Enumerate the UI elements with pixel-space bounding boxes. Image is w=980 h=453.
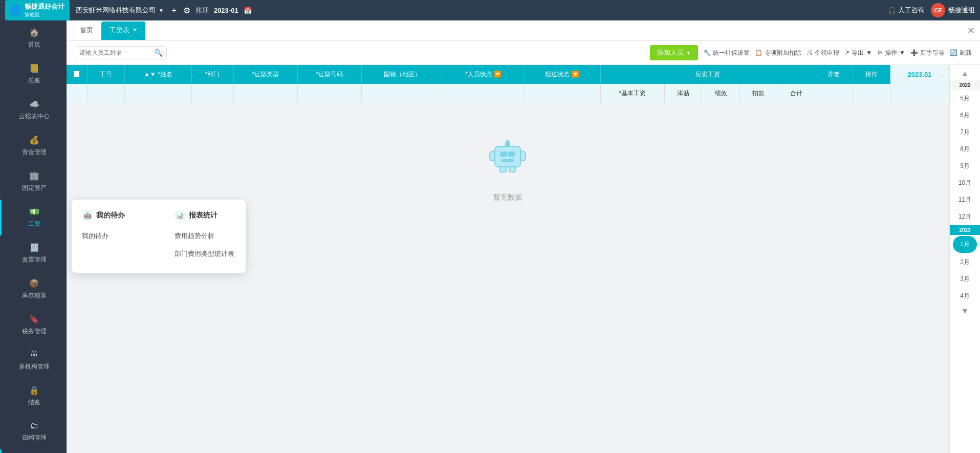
th-sub-empty8: [443, 84, 524, 103]
select-all-checkbox[interactable]: [73, 71, 80, 77]
th-total: 合计: [777, 84, 815, 103]
sidebar-item-cloud-report[interactable]: ☁️ 云报表中心: [0, 92, 67, 128]
operate-btn[interactable]: ⚙ 操作 ▼: [877, 49, 905, 57]
tab-salary-label: 工资表: [110, 26, 129, 35]
export-btn[interactable]: ↗ 导出 ▼: [844, 49, 872, 57]
th-checkbox[interactable]: [67, 65, 87, 84]
social-insurance-btn[interactable]: 🔧 统一社保设置: [703, 49, 750, 57]
sidebar-label-cloud: 云报表中心: [19, 112, 50, 121]
month-2022-12[interactable]: 12月: [950, 208, 980, 225]
guide-label: 新手引导: [920, 49, 945, 57]
logo-text: 畅捷通好会计: [25, 2, 64, 11]
popup-item-my-pending[interactable]: 我的待办: [82, 227, 143, 245]
sidebar-item-salary[interactable]: 💵 工资: [0, 200, 67, 235]
right-panel: ▲ 2022 5月 6月 7月 8月 9月 10月 11月 12月 2023 1…: [949, 65, 980, 453]
sidebar-item-multi-org[interactable]: 🏛 多机构管理: [0, 343, 67, 378]
sidebar-label-inventory: 库存核算: [22, 291, 47, 300]
refresh-icon: 🔄: [950, 49, 957, 56]
sidebar-item-ledger[interactable]: 📒 总账: [0, 56, 67, 92]
month-2023-4[interactable]: 4月: [950, 288, 980, 305]
sidebar-item-home[interactable]: 🏠 首页: [0, 20, 67, 56]
month-2022-5[interactable]: 5月: [950, 90, 980, 107]
headset-icon: 🎧: [888, 7, 896, 14]
svg-rect-6: [490, 152, 495, 161]
tab-salary-table[interactable]: 工资表 ✕: [101, 21, 145, 40]
svg-rect-7: [520, 152, 526, 161]
personal-tax-btn[interactable]: 🖨 个税申报: [807, 49, 839, 57]
month-2022-7[interactable]: 7月: [950, 124, 980, 141]
month-2023-1[interactable]: 1月: [953, 236, 977, 253]
add-icon[interactable]: ＋: [170, 5, 178, 16]
deduction-icon: 📋: [755, 49, 763, 56]
sidebar-item-fixed-assets[interactable]: 🏢 固定资产: [0, 164, 67, 200]
cloud-icon: ☁️: [29, 99, 39, 109]
logo-area: 🌀 畅捷通好会计 旗舰版: [5, 0, 70, 20]
search-input[interactable]: [79, 49, 151, 56]
popup-menu: 🤖 我的待办 我的待办 📊 报表统计 费用趋势分析 部门费用类型统计表: [72, 200, 246, 273]
sidebar-label-close: 结账: [28, 398, 40, 407]
year-2022-label: 2022: [950, 80, 980, 90]
panel-down-icon[interactable]: ▼: [959, 305, 971, 318]
sidebar-label-invoice: 发票管理: [22, 255, 47, 264]
tax-report-label: 个税申报: [815, 49, 839, 57]
th-operate: 操作: [853, 65, 890, 84]
refresh-label: 刷新: [960, 49, 972, 57]
panel-up-icon[interactable]: ▲: [959, 67, 971, 80]
th-sub-empty2: [87, 84, 125, 103]
sidebar-label-ledger: 总账: [28, 76, 40, 85]
special-deduction-btn[interactable]: 📋 专项附加扣除: [755, 49, 801, 57]
month-2023-3[interactable]: 3月: [950, 271, 980, 288]
month-2022-9[interactable]: 9月: [950, 158, 980, 175]
add-person-button[interactable]: 添加人员 ▼: [650, 45, 698, 60]
th-deduct: 扣款: [739, 84, 777, 103]
tax-icon: 🔖: [29, 314, 39, 324]
refresh-btn[interactable]: 🔄 刷新: [950, 49, 972, 57]
sidebar-item-xiaochang[interactable]: 🟢 小畅报销 ◀: [0, 449, 67, 453]
sidebar-item-fund[interactable]: 💰 资金管理: [0, 128, 67, 164]
export-caret-icon: ▼: [866, 49, 872, 56]
month-2022-11[interactable]: 11月: [950, 191, 980, 208]
th-country: 国籍（地区）: [361, 65, 443, 84]
company-name: 西安虾米网络科技有限公司: [76, 6, 156, 15]
month-2022-10[interactable]: 10月: [950, 175, 980, 191]
svg-rect-8: [500, 167, 506, 172]
fund-icon: 💰: [29, 135, 39, 145]
settings-icon[interactable]: ⚙: [183, 6, 190, 15]
sidebar-item-tax[interactable]: 🔖 税务管理: [0, 307, 67, 343]
empty-illustration: [487, 134, 528, 175]
invoice-icon: 🧾: [29, 243, 39, 252]
th-allowance: 津贴: [664, 84, 702, 103]
th-sub-empty4: [191, 84, 233, 103]
th-id-no: *证型号码: [297, 65, 361, 84]
tab-close-icon[interactable]: ✕: [133, 27, 137, 33]
popup-item-expense-trend[interactable]: 费用趋势分析: [175, 227, 236, 245]
org-icon: 🏛: [30, 350, 38, 359]
guide-btn[interactable]: ➕ 新手引导: [910, 49, 945, 57]
archive-icon: 🗂: [30, 421, 38, 430]
operate-caret-icon: ▼: [899, 49, 905, 56]
support-btn[interactable]: 🎧 人工咨询: [888, 6, 925, 15]
th-period-sub: [890, 84, 949, 103]
tab-home[interactable]: 首页: [72, 21, 101, 40]
month-2022-8[interactable]: 8月: [950, 141, 980, 158]
user-area[interactable]: CE 畅捷通组: [931, 3, 975, 17]
ledger-icon: 📒: [29, 63, 39, 73]
sidebar-item-archive[interactable]: 🗂 归档管理: [0, 414, 67, 449]
salary-icon: 💵: [29, 207, 39, 217]
report-title: 报表统计: [189, 211, 217, 220]
month-2023-2[interactable]: 2月: [950, 254, 980, 271]
close-panel-icon[interactable]: ✕: [967, 25, 975, 36]
calendar-icon[interactable]: 📅: [244, 7, 252, 14]
sidebar-item-inventory[interactable]: 📦 库存核算: [0, 271, 67, 307]
search-wrap: 🔍: [75, 46, 167, 59]
th-sub-empty7: [361, 84, 443, 103]
sidebar-item-close[interactable]: 🔒 结账: [0, 378, 67, 414]
th-pension: 养老: [815, 65, 853, 84]
tab-bar: 首页 工资表 ✕ ✕: [67, 20, 980, 41]
popup-item-dept-expense[interactable]: 部门费用类型统计表: [175, 245, 236, 263]
month-2022-6[interactable]: 6月: [950, 107, 980, 124]
search-icon: 🔍: [154, 49, 163, 57]
sidebar-item-invoice[interactable]: 🧾 发票管理: [0, 235, 67, 271]
company-selector[interactable]: 西安虾米网络科技有限公司 ▼: [76, 6, 164, 15]
export-label: 导出: [852, 49, 864, 57]
